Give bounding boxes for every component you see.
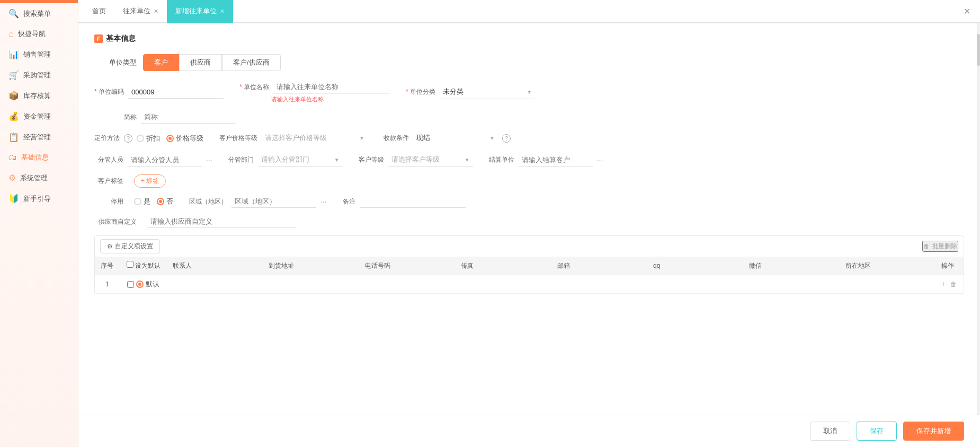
col-contact: 联系人 [167, 257, 263, 275]
disable-field: 停用 是 否 [94, 197, 173, 206]
pricing-level-option[interactable]: 价格等级 [166, 134, 203, 143]
window-close-btn[interactable]: ✕ [959, 4, 975, 19]
default-radio-option[interactable]: 默认 [136, 279, 159, 289]
unit-type-both-btn[interactable]: 客户/供应商 [222, 54, 281, 71]
sidebar-item-basic[interactable]: 🗂 基础信息 [0, 147, 78, 168]
section-title-text: 基本信息 [106, 34, 136, 43]
cell-wechat[interactable] [744, 275, 840, 294]
tab-new-partner[interactable]: 新增往来单位 ✕ [167, 0, 233, 23]
dept-placeholder: 请输入分管部门 [261, 155, 332, 164]
sidebar-item-search[interactable]: 🔍 搜索菜单 [0, 3, 78, 24]
email-input[interactable] [557, 281, 643, 288]
customer-tag-field: 客户标签 + 标签 [94, 174, 166, 188]
disable-yes-option[interactable]: 是 [134, 197, 150, 206]
cancel-button[interactable]: 取消 [810, 422, 850, 441]
disable-no-option[interactable]: 否 [157, 197, 173, 206]
sidebar-item-inventory[interactable]: 📦 库存核算 [0, 85, 78, 106]
unit-category-select[interactable]: 未分类 ▼ [440, 85, 535, 99]
unit-type-supplier-btn[interactable]: 供应商 [179, 54, 222, 71]
payment-terms-help-icon[interactable]: ? [502, 134, 511, 143]
customer-price-level-placeholder: 请选择客户价格等级 [265, 133, 357, 143]
sidebar-item-purchase[interactable]: 🛒 采购管理 [0, 65, 78, 85]
form-content: F 基本信息 单位类型 客户 供应商 客户/供应商 单位编码 单位名称 [78, 23, 980, 415]
cell-qq[interactable] [648, 275, 744, 294]
col-email: 邮箱 [552, 257, 648, 275]
batch-delete-label: 批量删除 [932, 242, 957, 251]
wechat-input[interactable] [749, 281, 834, 288]
cell-email[interactable] [552, 275, 648, 294]
section-icon: F [94, 34, 103, 43]
address-input[interactable] [269, 281, 354, 288]
sidebar-item-label: 基础信息 [21, 153, 49, 162]
col-seq: 序号 [95, 257, 120, 275]
tab-partners-close[interactable]: ✕ [154, 8, 158, 15]
save-button[interactable]: 保存 [857, 422, 897, 441]
manager-input[interactable] [128, 154, 202, 166]
fax-input[interactable] [461, 281, 546, 288]
customer-price-level-select[interactable]: 请选择客户价格等级 ▼ [262, 131, 368, 145]
payment-terms-value: 现结 [416, 133, 430, 143]
tab-partners[interactable]: 往来单位 ✕ [114, 0, 167, 23]
guide-icon: 🔰 [8, 194, 19, 204]
short-name-input[interactable] [141, 111, 236, 124]
dept-select[interactable]: 请输入分管部门 ▼ [258, 153, 343, 167]
save-new-button[interactable]: 保存并新增 [903, 422, 964, 441]
cell-contact[interactable] [167, 275, 263, 294]
customer-price-level-label: 客户价格等级 [219, 134, 257, 143]
manager-more-btn[interactable]: ··· [206, 156, 212, 164]
cell-address[interactable] [263, 275, 359, 294]
form-row-2: 简称 [94, 111, 964, 124]
settlement-unit-more-btn[interactable]: ··· [597, 156, 603, 164]
add-row-btn[interactable]: + [941, 281, 945, 288]
sidebar-item-finance[interactable]: 💰 资金管理 [0, 106, 78, 127]
pricing-radio-group: 折扣 价格等级 [137, 134, 203, 143]
unit-type-customer-btn[interactable]: 客户 [143, 54, 179, 71]
tab-new-partner-label: 新增往来单位 [175, 6, 217, 16]
unit-type-row: 单位类型 客户 供应商 客户/供应商 [94, 54, 964, 71]
tab-new-partner-close[interactable]: ✕ [220, 8, 225, 15]
sidebar-item-label: 库存核算 [23, 91, 51, 101]
sidebar-item-system[interactable]: ⚙ 系统管理 [0, 168, 78, 188]
sidebar-item-guide[interactable]: 🔰 新手引导 [0, 188, 78, 209]
cell-phone[interactable] [360, 275, 456, 294]
pricing-discount-option[interactable]: 折扣 [137, 134, 160, 143]
sidebar-item-operations[interactable]: 📋 经营管理 [0, 127, 78, 147]
unit-name-input[interactable] [273, 81, 390, 93]
cell-region[interactable] [840, 275, 936, 294]
custom-setting-label: 自定义项设置 [115, 242, 153, 251]
select-all-checkbox[interactable] [127, 261, 133, 268]
unit-code-label: 单位编码 [94, 87, 124, 97]
supplier-custom-input[interactable] [147, 215, 296, 228]
settlement-unit-field: 结算单位 ··· [489, 154, 603, 166]
table-row: 1 默认 [95, 275, 964, 294]
add-tag-btn[interactable]: + 标签 [134, 174, 166, 188]
unit-code-input[interactable] [128, 86, 224, 99]
settlement-unit-input[interactable] [519, 154, 593, 166]
pricing-help-icon[interactable]: ? [124, 134, 132, 143]
home-icon: ⌂ [8, 29, 14, 39]
custom-setting-btn[interactable]: ⚙ 自定义项设置 [100, 239, 160, 253]
col-region: 所在地区 [840, 257, 936, 275]
region-more-btn[interactable]: ··· [320, 197, 327, 206]
sidebar-item-label: 销售管理 [23, 50, 51, 59]
delete-icon: 🗑 [923, 243, 930, 250]
tab-home[interactable]: 首页 [84, 0, 114, 23]
customer-level-select[interactable]: 请选择客户等级 ▼ [388, 153, 473, 167]
phone-input[interactable] [365, 281, 450, 288]
chevron-down-icon: ▼ [489, 135, 495, 141]
region-cell-input[interactable] [845, 281, 931, 288]
cell-fax[interactable] [456, 275, 551, 294]
region-input[interactable] [231, 195, 316, 208]
qq-input[interactable] [653, 281, 738, 288]
row-checkbox[interactable] [127, 281, 134, 288]
contact-input[interactable] [173, 281, 258, 288]
chevron-down-icon: ▼ [334, 157, 340, 163]
col-qq: qq [648, 257, 744, 275]
payment-terms-select[interactable]: 现结 ▼ [413, 131, 498, 145]
sidebar-item-quicknav[interactable]: ⌂ 快捷导航 [0, 24, 78, 44]
note-input[interactable] [360, 195, 466, 208]
sidebar-item-sales[interactable]: 📊 销售管理 [0, 44, 78, 65]
batch-delete-btn[interactable]: 🗑 批量删除 [922, 241, 958, 252]
delete-row-btn[interactable]: 🗑 [950, 281, 957, 288]
customer-level-placeholder: 请选择客户等级 [391, 155, 462, 164]
